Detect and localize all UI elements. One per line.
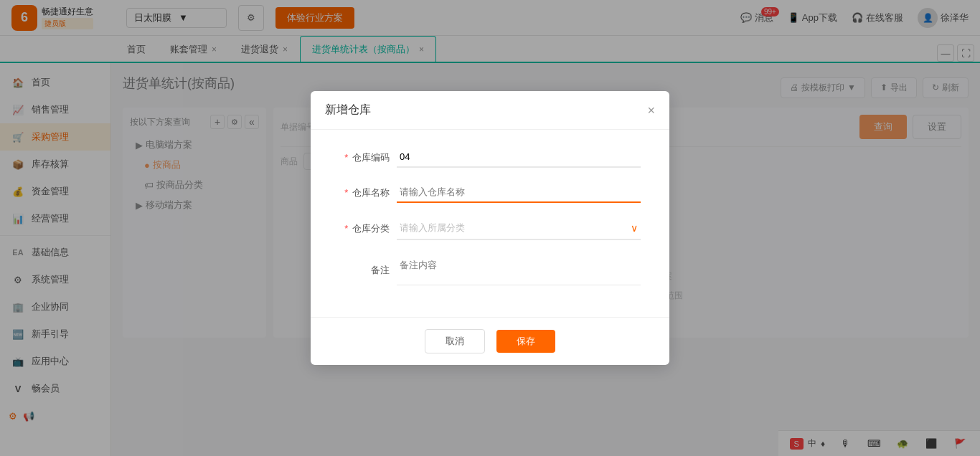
new-warehouse-dialog: 新增仓库 × * 仓库编码 * 仓库名称 <box>311 91 669 365</box>
cancel-button[interactable]: 取消 <box>425 329 485 353</box>
required-star-category: * <box>344 223 348 234</box>
warehouse-code-label: * 仓库编码 <box>339 151 397 164</box>
warehouse-remark-row: 备注 <box>339 255 641 285</box>
warehouse-code-row: * 仓库编码 <box>339 147 641 168</box>
warehouse-category-select[interactable]: 请输入所属分类 ∨ <box>397 217 641 240</box>
dialog-header: 新增仓库 × <box>311 91 669 130</box>
warehouse-name-row: * 仓库名称 <box>339 182 641 203</box>
dialog-footer: 取消 保存 <box>311 317 669 365</box>
save-button[interactable]: 保存 <box>496 330 555 353</box>
warehouse-category-row: * 仓库分类 请输入所属分类 ∨ <box>339 217 641 240</box>
modal-overlay: 新增仓库 × * 仓库编码 * 仓库名称 <box>0 0 980 456</box>
warehouse-name-input[interactable] <box>397 182 641 203</box>
required-star-code: * <box>344 152 348 163</box>
category-placeholder: 请输入所属分类 <box>400 222 631 234</box>
warehouse-remark-label: 备注 <box>339 264 397 277</box>
warehouse-category-label: * 仓库分类 <box>339 222 397 235</box>
category-arrow-icon: ∨ <box>631 222 638 234</box>
warehouse-code-input[interactable] <box>397 147 641 168</box>
dialog-body: * 仓库编码 * 仓库名称 * 仓库分类 请输入所属 <box>311 130 669 317</box>
warehouse-name-label: * 仓库名称 <box>339 186 397 199</box>
required-star-name: * <box>344 187 348 198</box>
dialog-close-button[interactable]: × <box>647 104 655 117</box>
dialog-title: 新增仓库 <box>325 103 371 118</box>
warehouse-remark-input[interactable] <box>397 255 641 285</box>
